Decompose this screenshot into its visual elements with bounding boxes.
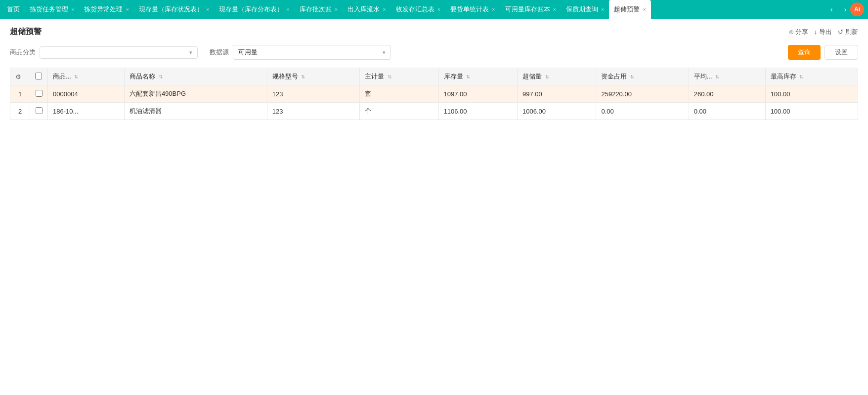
row-2-index-value: 2 (18, 108, 22, 115)
nav-overstock-label: 超储预警 (614, 5, 640, 14)
row-2-spec: 123 (267, 103, 359, 120)
col-stock-label: 库存量 (444, 73, 463, 80)
nav-home-label: 首页 (7, 5, 20, 14)
row-1-index-value: 1 (18, 90, 22, 98)
col-product-name: 商品名称 ⇅ (124, 68, 267, 85)
nav-available-book-label: 可用量库存账本 (505, 5, 550, 14)
refresh-button[interactable]: ↺ 刷新 (838, 28, 858, 37)
nav-order-stats[interactable]: 要货单统计表 × (445, 0, 500, 19)
col-product-code: 商品... ⇅ (48, 68, 125, 85)
settings-icon[interactable]: ⚙ (15, 73, 21, 80)
col-spec-sort-icon[interactable]: ⇅ (301, 74, 305, 79)
col-settings: ⚙ (10, 68, 30, 85)
nav-home[interactable]: 首页 (2, 0, 25, 19)
nav-expiry[interactable]: 保质期查询 × (561, 0, 609, 19)
col-spec-label: 规格型号 (272, 73, 298, 80)
row-2-overstock: 1006.00 (517, 103, 596, 120)
nav-inventory-status-close[interactable]: × (206, 6, 209, 12)
settings-button[interactable]: 设置 (825, 45, 858, 60)
col-stock-sort-icon[interactable]: ⇅ (466, 74, 470, 79)
nav-inventory-dist[interactable]: 现存量（库存分布表） × (214, 0, 294, 19)
nav-expiry-close[interactable]: × (601, 6, 604, 12)
col-max-stock-label: 最高库存 (771, 73, 796, 80)
nav-exception[interactable]: 拣货异常处理 × (79, 0, 133, 19)
datasource-select-value: 可用量 (238, 48, 258, 57)
col-overstock-sort-icon[interactable]: ⇅ (545, 74, 549, 79)
row-1-capital: 259220.00 (596, 85, 689, 103)
col-product-code-sort-icon[interactable]: ⇅ (74, 74, 78, 79)
nav-overstock-close[interactable]: × (643, 6, 646, 12)
nav-summary-close[interactable]: × (437, 6, 440, 12)
top-nav: 首页 拣货任务管理 × 拣货异常处理 × 现存量（库存状况表） × 现存量（库存… (0, 0, 868, 19)
row-2-checkbox[interactable] (36, 107, 43, 114)
row-1-avg: 260.00 (689, 85, 765, 103)
col-avg: 平均... ⇅ (689, 68, 765, 85)
col-product-name-label: 商品名称 (130, 73, 155, 80)
col-spec: 规格型号 ⇅ (267, 68, 359, 85)
page-header: 超储预警 ⎋ 分享 ↓ 导出 ↺ 刷新 (10, 27, 858, 37)
col-capital-sort-icon[interactable]: ⇅ (630, 74, 634, 79)
nav-task-mgmt[interactable]: 拣货任务管理 × (25, 0, 79, 19)
category-filter: 商品分类 ▾ (10, 46, 198, 59)
page-title: 超储预警 (10, 27, 42, 37)
col-max-stock: 最高库存 ⇅ (765, 68, 858, 85)
nav-available-book-close[interactable]: × (553, 6, 556, 12)
share-label: 分享 (795, 28, 808, 37)
col-avg-label: 平均... (694, 73, 712, 80)
nav-inventory-status[interactable]: 现存量（库存状况表） × (134, 0, 214, 19)
table-row: 1 0000004 六配套新昌490BPG 123 套 1097.00 997.… (10, 85, 858, 103)
top-right-area: Ai (850, 0, 868, 19)
datasource-filter: 数据源 可用量 ▾ (210, 45, 391, 60)
col-avg-sort-icon[interactable]: ⇅ (715, 74, 719, 79)
row-2-product-name: 机油滤清器 (124, 103, 267, 120)
nav-prev-arrow[interactable]: ‹ (825, 0, 838, 19)
col-product-name-sort-icon[interactable]: ⇅ (159, 74, 163, 79)
row-1-checkbox[interactable] (36, 90, 43, 97)
nav-flow-close[interactable]: × (383, 6, 386, 12)
nav-inventory-dist-close[interactable]: × (286, 6, 289, 12)
row-2-max-stock: 100.00 (765, 103, 858, 120)
nav-task-mgmt-close[interactable]: × (71, 6, 74, 12)
avatar[interactable]: Ai (850, 2, 864, 16)
select-all-checkbox[interactable] (35, 73, 42, 79)
row-2-capital: 0.00 (596, 103, 689, 120)
category-label: 商品分类 (10, 48, 36, 57)
col-capital: 资金占用 ⇅ (596, 68, 689, 85)
nav-inventory-status-label: 现存量（库存状况表） (139, 5, 203, 14)
datasource-select[interactable]: 可用量 ▾ (233, 45, 391, 60)
nav-order-stats-close[interactable]: × (492, 6, 495, 12)
table-header-row: ⚙ 商品... ⇅ 商品名称 ⇅ 规格型号 ⇅ 主计量 (10, 68, 858, 85)
nav-summary[interactable]: 收发存汇总表 × (391, 0, 445, 19)
row-2-stock: 1106.00 (438, 103, 517, 120)
data-table: ⚙ 商品... ⇅ 商品名称 ⇅ 规格型号 ⇅ 主计量 (10, 68, 858, 120)
row-1-product-name: 六配套新昌490BPG (124, 85, 267, 103)
export-button[interactable]: ↓ 导出 (814, 28, 832, 37)
nav-task-mgmt-label: 拣货任务管理 (30, 5, 68, 14)
row-1-index: 1 (10, 85, 30, 103)
row-1-unit: 套 (360, 85, 438, 103)
col-stock: 库存量 ⇅ (438, 68, 517, 85)
col-checkbox-header (30, 68, 48, 85)
row-1-checkbox-cell (30, 85, 48, 103)
nav-batch-account-close[interactable]: × (335, 6, 338, 12)
nav-batch-account[interactable]: 库存批次账 × (295, 0, 343, 19)
export-label: 导出 (819, 28, 832, 37)
nav-flow-label: 出入库流水 (347, 5, 380, 14)
nav-overstock[interactable]: 超储预警 × (609, 0, 651, 19)
col-overstock-label: 超储量 (522, 73, 542, 80)
nav-flow[interactable]: 出入库流水 × (343, 0, 391, 19)
nav-exception-label: 拣货异常处理 (84, 5, 123, 14)
row-2-product-code: 186-10... (48, 103, 125, 120)
export-icon: ↓ (814, 28, 818, 36)
filter-row: 商品分类 ▾ 数据源 可用量 ▾ 查询 设置 (10, 45, 858, 60)
nav-available-book[interactable]: 可用量库存账本 × (500, 0, 561, 19)
col-product-code-label: 商品... (53, 73, 71, 80)
nav-exception-close[interactable]: × (126, 6, 129, 12)
query-button[interactable]: 查询 (788, 45, 821, 60)
col-unit-sort-icon[interactable]: ⇅ (388, 74, 391, 79)
col-max-stock-sort-icon[interactable]: ⇅ (799, 74, 803, 79)
share-button[interactable]: ⎋ 分享 (789, 28, 808, 37)
refresh-label: 刷新 (845, 28, 858, 37)
category-select[interactable]: ▾ (40, 46, 198, 59)
row-2-avg: 0.00 (689, 103, 765, 120)
